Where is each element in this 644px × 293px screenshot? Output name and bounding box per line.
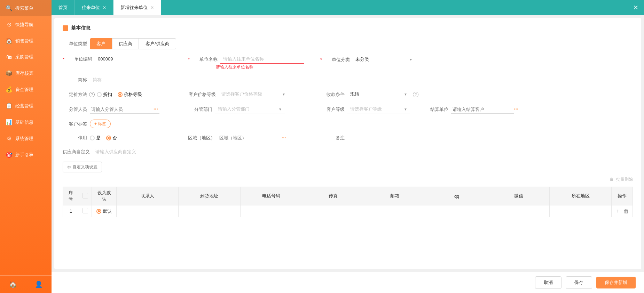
system-icon: ⚙ xyxy=(6,135,13,142)
unit-category-value: 未分类 xyxy=(355,56,369,63)
col-delivery: 到货地址 xyxy=(178,187,240,205)
pricing-level-radio[interactable]: 价格等级 xyxy=(118,91,142,98)
tab-home[interactable]: 首页 xyxy=(52,0,75,15)
add-tag-button[interactable]: + 标签 xyxy=(90,120,111,128)
finance-icon: 💰 xyxy=(6,86,13,93)
sidebar-item-basic-info[interactable]: 📊 基础信息 xyxy=(0,114,52,130)
sidebar-bottom-user[interactable]: 👤 xyxy=(33,278,45,290)
col-contact: 联系人 xyxy=(117,187,179,205)
settlement-unit-input[interactable] xyxy=(451,105,512,113)
manager-more-btn[interactable]: ··· xyxy=(152,106,159,112)
unit-category-field: * 单位分类 未分类 ▼ xyxy=(320,55,415,64)
disabled-no-radio[interactable]: 否 xyxy=(106,135,117,141)
customer-level-label: 客户等级 xyxy=(320,106,345,113)
cancel-button[interactable]: 取消 xyxy=(535,276,561,289)
region-input-wrapper: ··· xyxy=(218,134,288,142)
qq-input[interactable] xyxy=(430,209,484,214)
custom-settings-button[interactable]: ⚙ 自定义项设置 xyxy=(63,162,102,172)
pricing-discount-radio[interactable]: 折扣 xyxy=(97,91,112,98)
abbreviation-input[interactable] xyxy=(90,76,159,84)
payment-terms-value: 现结 xyxy=(350,91,359,97)
cell-contact[interactable] xyxy=(117,205,179,217)
region-field: 区域（地区） ··· xyxy=(188,134,306,142)
disabled-yes-radio[interactable]: 是 xyxy=(90,135,101,141)
row-default-radio[interactable]: 默认 xyxy=(95,208,113,214)
manager-input[interactable] xyxy=(90,105,152,113)
email-input[interactable] xyxy=(368,209,422,214)
cell-checkbox xyxy=(79,205,92,217)
customer-price-level-select[interactable]: 请选择客户价格等级 ▼ xyxy=(219,90,288,99)
wechat-input[interactable] xyxy=(492,209,546,214)
sidebar-item-purchase[interactable]: 🛍 采购管理 xyxy=(0,49,52,65)
tab-new-partner-close[interactable]: ✕ xyxy=(150,5,154,10)
row-checkbox[interactable] xyxy=(83,208,88,213)
delete-row-btn[interactable]: 🗑 xyxy=(623,208,629,214)
unit-category-chevron: ▼ xyxy=(409,58,413,62)
sidebar-item-operations[interactable]: 📋 经营管理 xyxy=(0,98,52,114)
delivery-input[interactable] xyxy=(182,209,237,214)
table-header-row: 序号 设为默认 联系人 到货地址 电话号码 传真 邮箱 qq 微信 所在地区 操… xyxy=(63,187,633,205)
sidebar-item-sales[interactable]: 🏠 销售管理 xyxy=(0,33,52,49)
supplier-custom-label: 供应商自定义 xyxy=(63,149,90,155)
cell-wechat[interactable] xyxy=(488,205,550,217)
cell-email[interactable] xyxy=(364,205,426,217)
payment-terms-chevron: ▼ xyxy=(404,92,407,96)
sidebar-item-inventory[interactable]: 📦 库存核算 xyxy=(0,65,52,81)
select-all-checkbox[interactable] xyxy=(83,193,88,198)
remarks-field: 备注 xyxy=(320,134,452,142)
cell-actions: ＋ 🗑 xyxy=(611,205,633,217)
department-select[interactable]: 请输入分管部门 ▼ xyxy=(215,105,285,114)
location-input[interactable] xyxy=(553,209,608,214)
supplier-custom-input[interactable] xyxy=(93,148,183,156)
phone-input[interactable] xyxy=(244,209,299,214)
sidebar-bottom-home[interactable]: 🏠 xyxy=(7,278,19,290)
payment-terms-help-icon[interactable]: ? xyxy=(413,92,418,97)
sidebar-item-finance[interactable]: 💰 资金管理 xyxy=(0,81,52,98)
row-default-label: 默认 xyxy=(103,208,112,214)
sidebar-item-sales-label: 销售管理 xyxy=(15,38,33,44)
remarks-input[interactable] xyxy=(347,134,452,142)
cell-delivery[interactable] xyxy=(178,205,240,217)
cell-fax[interactable] xyxy=(302,205,364,217)
payment-terms-label: 收款条件 xyxy=(320,91,345,98)
customer-price-level-field: 客户价格等级 请选择客户价格等级 ▼ xyxy=(188,90,306,99)
cell-qq[interactable] xyxy=(426,205,488,217)
region-input[interactable] xyxy=(218,134,280,142)
unit-code-input[interactable] xyxy=(95,55,165,63)
sidebar-item-search[interactable]: 🔍 搜索菜单 xyxy=(0,0,52,16)
sidebar-bottom: 🏠 👤 xyxy=(0,275,52,293)
sidebar-item-quick-nav[interactable]: ⊙ 快捷导航 xyxy=(0,16,52,33)
customer-level-select[interactable]: 请选择客户等级 ▼ xyxy=(347,105,410,114)
tab-new-partner[interactable]: 新增往来单位 ✕ xyxy=(113,0,161,15)
tab-partners-close[interactable]: ✕ xyxy=(103,5,106,10)
unit-type-label: 单位类型 xyxy=(63,41,87,47)
unit-category-select[interactable]: 未分类 ▼ xyxy=(353,55,415,64)
save-button[interactable]: 保存 xyxy=(566,276,592,289)
supplier-custom-field: 供应商自定义 xyxy=(63,148,183,156)
unit-name-input[interactable] xyxy=(220,55,304,64)
cell-location[interactable] xyxy=(550,205,612,217)
col-wechat: 微信 xyxy=(488,187,550,205)
bulk-delete-label[interactable]: 批量删除 xyxy=(616,177,633,182)
unit-code-label: 单位编码 xyxy=(68,56,92,62)
settlement-unit-more-btn[interactable]: ··· xyxy=(512,106,520,112)
user-bottom-icon: 👤 xyxy=(35,280,42,288)
sidebar-item-system[interactable]: ⚙ 系统管理 xyxy=(0,130,52,147)
btn-both[interactable]: 客户/供应商 xyxy=(139,38,176,49)
btn-supplier[interactable]: 供应商 xyxy=(112,38,139,49)
btn-customer[interactable]: 客户 xyxy=(90,38,112,49)
add-row-btn[interactable]: ＋ xyxy=(615,207,621,215)
region-more-btn[interactable]: ··· xyxy=(280,135,288,141)
cell-phone[interactable] xyxy=(240,205,302,217)
contact-input[interactable] xyxy=(120,209,175,214)
sidebar-item-guide[interactable]: 🎯 新手引导 xyxy=(0,147,52,163)
tab-partners[interactable]: 往来单位 ✕ xyxy=(75,0,113,15)
window-close-button[interactable]: ✕ xyxy=(628,4,644,11)
payment-terms-select[interactable]: 现结 ▼ xyxy=(347,90,410,99)
fax-input[interactable] xyxy=(306,209,360,214)
form-content: 基本信息 单位类型 客户 供应商 客户/供应商 * 单位编码 xyxy=(54,18,641,269)
pricing-method-help-icon[interactable]: ? xyxy=(89,92,95,97)
section-title: 基本信息 xyxy=(71,25,91,31)
save-new-button[interactable]: 保存并新增 xyxy=(596,277,636,288)
bulk-delete-area: 🗑 批量删除 xyxy=(63,177,633,182)
